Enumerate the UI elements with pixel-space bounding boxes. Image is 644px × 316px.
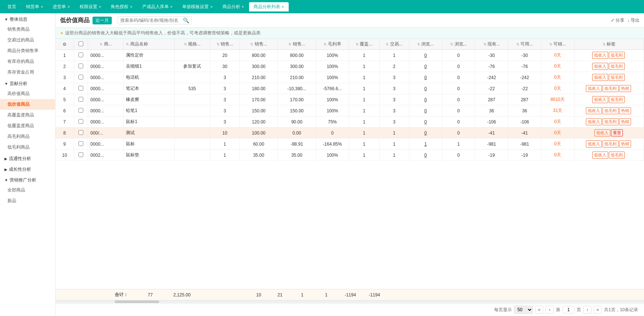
view1-link[interactable]: 0 — [424, 75, 427, 80]
row-check[interactable] — [74, 61, 88, 72]
export-button[interactable]: ↓ 导出 — [627, 17, 640, 24]
col-stock2-header[interactable]: ⇅ 可用... — [508, 39, 541, 50]
sidebar-item-low-margin[interactable]: 低毛利商品 — [0, 142, 55, 153]
row-check[interactable] — [74, 150, 88, 161]
row-check[interactable] — [74, 116, 88, 128]
col-coverage-header[interactable]: ⇅ 覆盖... — [349, 39, 379, 50]
row-view1[interactable]: 0 — [409, 116, 442, 128]
row-check[interactable] — [74, 83, 88, 94]
row-checkbox[interactable] — [78, 64, 83, 68]
first-page-button[interactable]: « — [535, 306, 543, 314]
sidebar-item-new-products[interactable]: 新品 — [0, 196, 55, 206]
sidebar-item-sales-products[interactable]: 销售类商品 — [0, 24, 55, 35]
col-check-header[interactable] — [74, 39, 88, 50]
col-gear[interactable]: ⚙ — [56, 39, 74, 50]
row-view1[interactable]: 0 — [409, 105, 442, 116]
row-checkbox[interactable] — [78, 152, 83, 157]
col-tag-header[interactable]: ⇅ 标签 — [574, 39, 644, 50]
search-input[interactable] — [120, 18, 183, 23]
row-view1[interactable]: 0 — [409, 83, 442, 94]
nav-tab-analysis-list[interactable]: 商品分析列表 × — [249, 2, 288, 11]
row-view1[interactable]: 0 — [409, 94, 442, 105]
view1-link[interactable]: 0 — [424, 86, 427, 91]
col-view1-header[interactable]: ⇅ 浏览... — [409, 39, 442, 50]
row-checkbox[interactable] — [78, 141, 83, 146]
row-view1[interactable]: 0 — [409, 61, 442, 72]
row-view1[interactable]: 0 — [409, 150, 442, 161]
row-check[interactable] — [74, 139, 88, 150]
view1-link[interactable]: 1 — [424, 142, 427, 147]
view1-link[interactable]: 0 — [424, 97, 427, 102]
per-page-select[interactable]: 50 100 200 — [514, 306, 533, 314]
close-sales-icon[interactable]: × — [41, 4, 43, 9]
nav-tab-analysis[interactable]: 商品分析 × — [218, 2, 248, 11]
select-all-checkbox[interactable] — [78, 41, 83, 46]
row-view1[interactable]: 0 — [409, 72, 442, 83]
row-view1[interactable]: 0 — [409, 50, 442, 61]
col-stock1-header[interactable]: ⇅ 现有... — [475, 39, 508, 50]
table-wrapper[interactable]: ⚙ ⇅ 商... ⇅ 商品名称 ⇅ 规格... ⇅ 销售... ⇅ 销售... … — [56, 39, 644, 289]
view1-link[interactable]: 0 — [424, 153, 427, 158]
share-button[interactable]: ⤢ 分享 — [611, 17, 624, 24]
horizontal-scrollbar[interactable] — [56, 300, 644, 303]
period-button[interactable]: 近一月 — [93, 17, 112, 24]
row-check[interactable] — [74, 105, 88, 116]
view1-link[interactable]: 0 — [424, 53, 427, 58]
prev-page-button[interactable]: ‹ — [546, 306, 554, 314]
col-trade-header[interactable]: ⇅ 交易... — [379, 39, 409, 50]
col-code-header[interactable]: ⇅ 商... — [88, 39, 124, 50]
sidebar-item-category-sales-rate[interactable]: 商品分类销售率 — [0, 45, 55, 56]
close-permission-icon[interactable]: × — [99, 4, 101, 9]
sidebar-group-overview[interactable]: ▼ 整体信息 — [0, 13, 55, 24]
row-check[interactable] — [74, 72, 88, 83]
view1-link[interactable]: 0 — [424, 119, 427, 125]
close-purchase-icon[interactable]: × — [67, 4, 70, 9]
col-spec-header[interactable]: ⇅ 规格... — [174, 39, 210, 50]
nav-tab-products[interactable]: 产成品入库单 × — [138, 2, 177, 11]
nav-tab-home[interactable]: 首页 — [3, 2, 21, 11]
row-view1[interactable]: 0 — [409, 128, 442, 139]
row-checkbox[interactable] — [78, 130, 83, 135]
sidebar-item-traded-products[interactable]: 交易过的商品 — [0, 35, 55, 45]
row-checkbox[interactable] — [78, 108, 83, 113]
view1-link[interactable]: 0 — [424, 108, 427, 113]
sidebar-group-contribution[interactable]: ▼ 贡献分析 — [0, 78, 55, 88]
nav-tab-template[interactable]: 单据模板设置 × — [178, 2, 217, 11]
close-template-icon[interactable]: × — [210, 4, 212, 9]
col-name-header[interactable]: ⇅ 商品名称 — [124, 39, 174, 50]
col-saleqty-header[interactable]: ⇅ 销售... — [210, 39, 239, 50]
search-icon[interactable]: 🔍 — [183, 17, 189, 23]
row-checkbox[interactable] — [78, 97, 83, 102]
col-salable-header[interactable]: ⇅ 可销... — [541, 39, 574, 50]
row-checkbox[interactable] — [78, 52, 83, 57]
sidebar-item-stock-fund[interactable]: 库存资金占用 — [0, 67, 55, 78]
sidebar-group-liquidity[interactable]: ▶ 流通性分析 — [0, 153, 55, 163]
page-input[interactable] — [563, 306, 574, 313]
row-check[interactable] — [74, 94, 88, 105]
sidebar-item-all-products[interactable]: 全部商品 — [0, 185, 55, 196]
view1-link[interactable]: 0 — [424, 130, 427, 136]
sidebar-item-high-margin[interactable]: 高毛利商品 — [0, 131, 55, 142]
last-page-button[interactable]: » — [594, 306, 602, 314]
close-role-icon[interactable]: × — [130, 4, 132, 9]
close-analysis-icon[interactable]: × — [242, 4, 244, 9]
sidebar-item-low-value[interactable]: 低价值商品 — [0, 99, 55, 110]
nav-tab-role[interactable]: 角色授权 × — [106, 2, 137, 11]
row-view1[interactable]: 1 — [409, 139, 442, 150]
next-page-button[interactable]: › — [583, 306, 591, 314]
sidebar-group-growth[interactable]: ▶ 成长性分析 — [0, 163, 55, 174]
col-view2-header[interactable]: ⇅ 浏览... — [442, 39, 475, 50]
row-checkbox[interactable] — [78, 75, 83, 79]
sidebar-item-stock-products[interactable]: 有库存的商品 — [0, 56, 55, 67]
sidebar-item-high-value[interactable]: 高价值商品 — [0, 88, 55, 99]
row-checkbox[interactable] — [78, 86, 83, 91]
sidebar-item-low-coverage[interactable]: 低覆盖度商品 — [0, 120, 55, 131]
col-salecost-header[interactable]: ⇅ 销售... — [278, 39, 316, 50]
nav-tab-purchase[interactable]: 进货单 × — [48, 2, 74, 11]
sidebar-item-high-coverage[interactable]: 高覆盖度商品 — [0, 110, 55, 120]
view1-link[interactable]: 0 — [424, 64, 427, 69]
col-saleprice-header[interactable]: ⇅ 销售... — [239, 39, 278, 50]
row-check[interactable] — [74, 50, 88, 61]
scrollbar-thumb[interactable] — [115, 300, 159, 303]
sidebar-group-marketing[interactable]: ▼ 营销推广分析 — [0, 174, 55, 185]
